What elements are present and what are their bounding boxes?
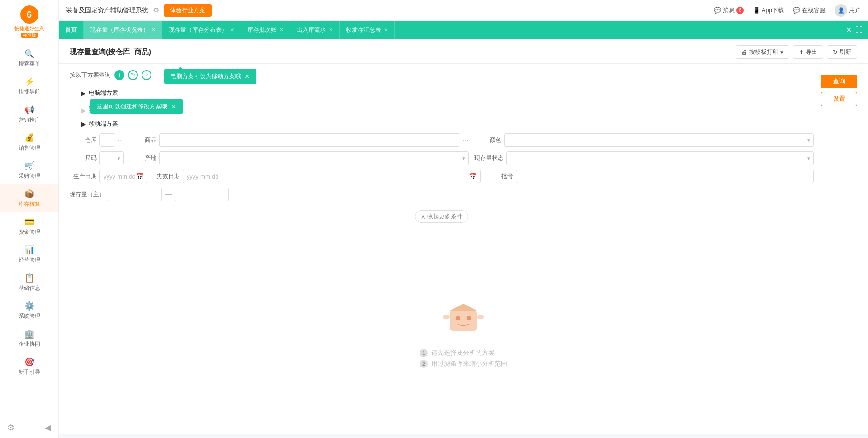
scheme-mobile[interactable]: ▶ 移动端方案 — [77, 117, 814, 131]
sidebar-item-quick[interactable]: ⚡ 快捷导航 — [0, 72, 58, 100]
warehouse-dots-btn[interactable]: ··· — [118, 136, 124, 144]
filter-area: 按以下方案查询 + ↻ « 电脑方案可设为移动方案哦 ✕ — [59, 64, 868, 231]
collapse-sidebar-icon[interactable]: ◀ — [45, 423, 51, 433]
logo-icon: 6 — [20, 5, 38, 24]
collapse-button[interactable]: ∧ 收起更多条件 — [415, 210, 468, 223]
print-button[interactable]: 🖨 按模板打印 ▾ — [736, 45, 789, 59]
sidebar-item-guide[interactable]: 🎯 新手引导 — [0, 353, 58, 381]
finance-icon: 💳 — [24, 217, 34, 227]
product-dots-btn[interactable]: ··· — [463, 136, 469, 144]
top-header: 装备及固定资产辅助管理系统 ⚙ 体验行业方案 💬 消息 6 📱 App下载 💬 … — [59, 0, 868, 21]
tabs-close-all-icon[interactable]: ✕ — [846, 26, 852, 34]
filter-refresh-button[interactable]: ↻ — [128, 70, 138, 80]
print-icon: 🖨 — [741, 49, 747, 56]
tab-close-receive-summary[interactable]: ✕ — [384, 27, 388, 33]
system-icon: ⚙️ — [24, 301, 34, 311]
sidebar-item-system[interactable]: ⚙️ 系统管理 — [0, 297, 58, 325]
page-title-bar: 现存量查询(按仓库+商品) 🖨 按模板打印 ▾ ⬆ 导出 ↻ 刷新 — [59, 39, 868, 64]
export-button[interactable]: ⬆ 导出 — [793, 45, 823, 59]
tabs-right-actions: ✕ ⛶ — [846, 26, 868, 34]
empty-state-illustration — [441, 295, 486, 340]
notice-icon: 💬 — [714, 7, 721, 14]
produce-date-input[interactable]: yyyy-mm-dd 📅 — [99, 170, 147, 183]
sidebar: 6 畅捷通好生意 标准版 🔍 搜索菜单 ⚡ 快捷导航 📢 营销推广 💰 销售管理… — [0, 0, 59, 438]
produce-date-field: 生产日期 yyyy-mm-dd 📅 — [70, 170, 147, 183]
produce-date-label: 生产日期 — [70, 172, 97, 180]
stock-main-field: 现存量（主） — — [70, 188, 229, 201]
color-label: 颜色 — [474, 136, 501, 144]
filter-add-button[interactable]: + — [114, 70, 124, 80]
trial-button[interactable]: 体验行业方案 — [164, 4, 212, 17]
sidebar-item-operations[interactable]: 📊 经营管理 — [0, 240, 58, 268]
batch-field: 批号 — [486, 170, 814, 183]
user-action[interactable]: 👤 用户 — [835, 4, 861, 17]
sidebar-item-finance[interactable]: 💳 资金管理 — [0, 212, 58, 240]
tab-close-inventory-dist[interactable]: ✕ — [230, 27, 234, 33]
filter-row-4: 现存量（主） — — [70, 188, 814, 201]
stock-status-field: 现存量状态 ▾ — [474, 151, 814, 165]
refresh-button[interactable]: ↻ 刷新 — [827, 45, 857, 59]
settings-bottom-icon[interactable]: ⚙ — [7, 423, 14, 433]
color-select[interactable] — [504, 133, 814, 147]
sidebar-item-marketing[interactable]: 📢 营销推广 — [0, 100, 58, 128]
online-service-action[interactable]: 💬 在线客服 — [793, 6, 826, 14]
size-label: 尺码 — [70, 154, 97, 162]
tab-receive-summary[interactable]: 收发存汇总表 ✕ — [340, 21, 395, 39]
tab-home[interactable]: 首页 — [59, 21, 84, 39]
guide-icon: 🎯 — [24, 357, 34, 367]
filter-rows: 仓库 ··· 商品 ··· 颜色 — [70, 133, 814, 201]
export-icon: ⬆ — [799, 49, 804, 56]
sidebar-bottom: ⚙ ◀ — [0, 417, 58, 438]
stock-main-start[interactable] — [108, 188, 162, 201]
tabs-expand-icon[interactable]: ⛶ — [855, 26, 863, 34]
scheme-tooltip-close[interactable]: ✕ — [245, 73, 250, 80]
app-download-action[interactable]: 📱 App下载 — [753, 6, 784, 14]
tab-inventory-dist[interactable]: 现存量（库存分布表） ✕ — [162, 21, 241, 39]
stock-main-label: 现存量（主） — [70, 190, 105, 198]
stock-main-end[interactable] — [175, 188, 229, 201]
tab-inventory-status[interactable]: 现存量（库存状况表） ✕ — [84, 21, 162, 39]
batch-input[interactable] — [516, 170, 814, 183]
size-select[interactable] — [99, 151, 124, 165]
settings-button[interactable]: 设置 — [821, 92, 857, 106]
tab-close-inventory-batch[interactable]: ✕ — [279, 27, 283, 33]
sidebar-item-purchase[interactable]: 🛒 采购管理 — [0, 156, 58, 184]
tabs-bar: 首页 现存量（库存状况表） ✕ 现存量（库存分布表） ✕ 库存批次账 ✕ 出入库… — [59, 21, 868, 39]
arrow-right-icon: ▶ — [81, 90, 86, 97]
origin-select[interactable] — [159, 151, 469, 165]
sidebar-item-enterprise[interactable]: 🏢 企业协同 — [0, 325, 58, 353]
notice-action[interactable]: 💬 消息 6 — [714, 6, 744, 14]
tab-close-inventory-status[interactable]: ✕ — [151, 27, 156, 33]
print-dropdown-icon: ▾ — [780, 49, 783, 56]
warehouse-label: 仓库 — [70, 136, 97, 144]
tab-close-inventory-flow[interactable]: ✕ — [329, 27, 333, 33]
product-field: 商品 ··· — [129, 133, 469, 147]
stock-status-select[interactable] — [506, 151, 814, 165]
purchase-icon: 🛒 — [24, 161, 34, 171]
sidebar-nav: 🔍 搜索菜单 ⚡ 快捷导航 📢 营销推广 💰 销售管理 🛒 采购管理 📦 库存核… — [0, 42, 58, 417]
warehouse-input[interactable] — [99, 133, 115, 147]
page-content: 现存量查询(按仓库+商品) 🖨 按模板打印 ▾ ⬆ 导出 ↻ 刷新 — [59, 39, 868, 438]
sidebar-item-search[interactable]: 🔍 搜索菜单 — [0, 44, 58, 72]
tab-inventory-batch[interactable]: 库存批次账 ✕ — [241, 21, 290, 39]
origin-label: 产地 — [129, 154, 156, 162]
expire-date-input[interactable]: yyyy-mm-dd 📅 — [183, 170, 481, 183]
logo-tag: 标准版 — [21, 33, 38, 38]
marketing-icon: 📢 — [24, 105, 34, 115]
sidebar-item-sales[interactable]: 💰 销售管理 — [0, 128, 58, 156]
filter-action-col: 查询 设置 — [814, 70, 857, 225]
search-button[interactable]: 查询 — [821, 75, 857, 88]
phone-icon: 📱 — [753, 7, 760, 14]
edit-tooltip-close[interactable]: ✕ — [171, 103, 176, 110]
origin-field: 产地 ▾ — [129, 151, 469, 165]
empty-state: 1 请先选择要分析的方案 2 用过滤条件来缩小分析范围 — [59, 259, 868, 407]
scheme-pc[interactable]: ▶ 电脑端方案 — [77, 86, 814, 100]
inventory-icon: 📦 — [24, 189, 34, 199]
sidebar-item-inventory[interactable]: 📦 库存核算 — [0, 184, 58, 212]
filter-back-button[interactable]: « — [142, 70, 151, 80]
product-input[interactable] — [159, 133, 460, 147]
sidebar-item-basic[interactable]: 📋 基础信息 — [0, 268, 58, 297]
tab-inventory-flow[interactable]: 出入库流水 ✕ — [290, 21, 340, 39]
filter-row-2: 尺码 ▾ 产地 ▾ — [70, 151, 814, 165]
settings-gear-icon[interactable]: ⚙ — [153, 6, 159, 14]
